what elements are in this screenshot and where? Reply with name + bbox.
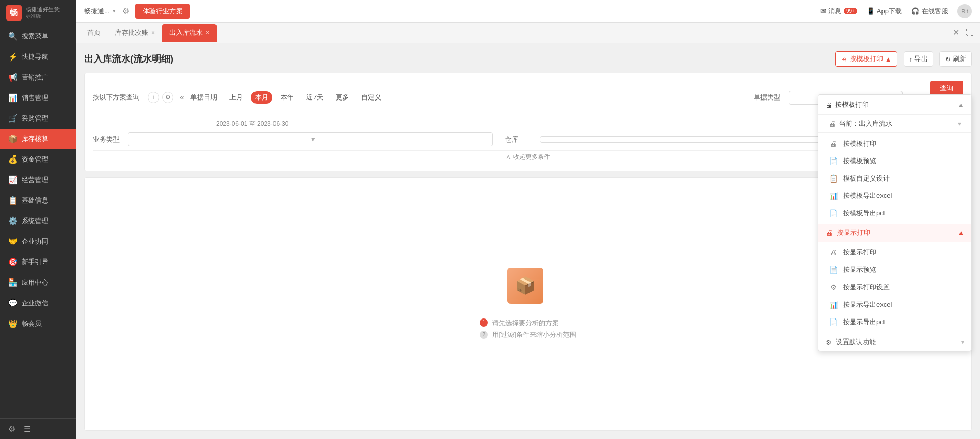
display-section-icon: 🖨 xyxy=(826,229,833,237)
tab-in-out-flow-close[interactable]: × xyxy=(206,29,209,36)
date-option-this-year[interactable]: 本年 xyxy=(277,91,298,104)
template-customize-icon: 📋 xyxy=(829,174,838,183)
business-type-dropdown[interactable]: ▾ xyxy=(128,132,493,146)
tab-home[interactable]: 首页 xyxy=(80,24,108,42)
date-option-more[interactable]: 更多 xyxy=(331,91,353,104)
empty-steps: 1 请先选择要分析的方案 2 用[过滤]条件来缩小分析范围 xyxy=(480,317,576,341)
dropdown-display-section-header[interactable]: 🖨 按显示打印 ▲ xyxy=(818,224,971,242)
search-label: 按以下方案查询 xyxy=(93,93,140,102)
target-icon: 🎯 xyxy=(8,257,17,267)
dropdown-item-template-export-excel[interactable]: 📊 按模板导出excel xyxy=(818,187,971,205)
dropdown-item-template-customize[interactable]: 📋 模板自定义设计 xyxy=(818,170,971,187)
user-info: 畅捷通... ▾ xyxy=(84,7,116,16)
phone-icon: 📱 xyxy=(867,7,875,15)
sidebar-item-guide[interactable]: 🎯 新手引导 xyxy=(0,252,76,272)
display-print-settings-icon: ⚙ xyxy=(829,283,838,291)
template-export-pdf-icon: 📄 xyxy=(829,209,838,217)
dropdown-item-template-preview[interactable]: 📄 按模板预览 xyxy=(818,152,971,170)
sidebar-item-appstore[interactable]: 🏪 应用中心 xyxy=(0,272,76,293)
chat-icon: 💬 xyxy=(8,298,17,308)
tab-in-out-flow[interactable]: 出入库流水 × xyxy=(162,24,217,42)
clipboard-icon: 📋 xyxy=(8,196,17,205)
date-option-7days[interactable]: 近7天 xyxy=(302,91,327,104)
dropdown-item-template-print[interactable]: 🖨 按模板打印 xyxy=(818,135,971,152)
sidebar-item-coop[interactable]: 🤝 企业协同 xyxy=(0,231,76,252)
user-avatar[interactable]: Rit xyxy=(957,4,972,18)
close-tab-icon[interactable]: ✕ xyxy=(951,26,962,39)
sidebar: 畅 畅捷通好生意 标准版 🔍 搜索菜单 ⚡ 快捷导航 📢 营销推广 📊 xyxy=(0,0,76,439)
dropdown-title: 🖨 按模板打印 xyxy=(826,100,869,109)
print-template-button[interactable]: 🖨 按模板打印 ▲ xyxy=(835,51,897,67)
sidebar-item-search[interactable]: 🔍 搜索菜单 xyxy=(0,26,76,47)
page-content: 出入库流水(流水明细) 🖨 按模板打印 ▲ ↑ 导出 ↻ 刷新 xyxy=(76,43,980,439)
sidebar-item-wechat[interactable]: 💬 企业微信 xyxy=(0,293,76,313)
topbar-gear-icon[interactable]: ⚙ xyxy=(122,6,129,16)
user-chevron-icon[interactable]: ▾ xyxy=(113,8,116,14)
app-download-action[interactable]: 📱 App下载 xyxy=(867,7,902,16)
store-icon: 🏪 xyxy=(8,278,17,287)
cart-icon: 🛒 xyxy=(8,114,17,123)
tab-batch-account-close[interactable]: × xyxy=(151,29,155,36)
tab-batch-account[interactable]: 库存批次账 × xyxy=(108,24,162,42)
page-title: 出入库流水(流水明细) xyxy=(84,53,173,65)
dropdown-section-2: 🖨 按显示打印 📄 按显示预览 ⚙ 按显示打印设置 📊 按显示导出excel xyxy=(818,242,971,333)
dropdown-item-template-export-pdf[interactable]: 📄 按模板导出pdf xyxy=(818,205,971,222)
sidebar-item-purchase[interactable]: 🛒 采购管理 xyxy=(0,108,76,129)
dropdown-item-display-export-excel[interactable]: 📊 按显示导出excel xyxy=(818,296,971,313)
export-button[interactable]: ↑ 导出 xyxy=(904,51,934,67)
business-type-label: 业务类型 xyxy=(93,135,124,144)
sidebar-item-quick-nav[interactable]: ⚡ 快捷导航 xyxy=(0,47,76,67)
dropdown-item-display-export-pdf[interactable]: 📄 按显示导出pdf xyxy=(818,313,971,331)
crown-icon: 👑 xyxy=(8,319,17,328)
dropdown-item-display-print-settings[interactable]: ⚙ 按显示打印设置 xyxy=(818,278,971,296)
set-default-icon: ⚙ xyxy=(826,338,832,346)
trial-button[interactable]: 体验行业方案 xyxy=(135,4,190,19)
template-print-icon: 🖨 xyxy=(829,139,838,148)
dropdown-bottom-arrow-icon: ▾ xyxy=(961,338,964,346)
expand-icon[interactable]: ⛶ xyxy=(964,26,976,39)
template-preview-icon: 📄 xyxy=(829,157,838,165)
message-action[interactable]: ✉ 消息 99+ xyxy=(820,7,857,16)
message-badge: 99+ xyxy=(844,8,857,14)
filter-settings-btn[interactable]: ⚙ xyxy=(162,92,173,103)
sidebar-item-inventory[interactable]: 📦 库存核算 xyxy=(0,129,76,149)
printer-dropdown-icon: 🖨 xyxy=(826,101,832,109)
dropdown-current-label: 🖨 当前：出入库流水 ▾ xyxy=(818,115,971,133)
sidebar-item-basic[interactable]: 📋 基础信息 xyxy=(0,190,76,211)
display-print-icon: 🖨 xyxy=(829,248,838,256)
chart-icon: 📊 xyxy=(8,93,17,103)
sidebar-item-operations[interactable]: 📈 经营管理 xyxy=(0,170,76,190)
dropdown-section-1: 🖨 按模板打印 📄 按模板预览 📋 模板自定义设计 📊 按模板导出excel xyxy=(818,133,971,224)
display-section-collapse-icon: ▲ xyxy=(958,229,964,236)
page-actions: 🖨 按模板打印 ▲ ↑ 导出 ↻ 刷新 xyxy=(835,51,972,67)
query-button[interactable]: 查询 xyxy=(930,81,963,96)
dropdown-bottom-item[interactable]: ⚙ 设置默认功能 ▾ xyxy=(818,333,971,351)
dropdown-collapse-icon[interactable]: ▲ xyxy=(957,101,964,109)
refresh-icon: ↻ xyxy=(945,55,951,63)
sidebar-logo: 畅 畅捷通好生意 标准版 xyxy=(0,0,76,26)
money-icon: 💰 xyxy=(8,155,17,164)
date-option-last-month[interactable]: 上月 xyxy=(225,91,247,104)
sidebar-item-finance[interactable]: 💰 资金管理 xyxy=(0,149,76,170)
dropdown-item-display-preview[interactable]: 📄 按显示预览 xyxy=(818,261,971,278)
online-service-action[interactable]: 🎧 在线客服 xyxy=(911,7,948,16)
sidebar-item-marketing[interactable]: 📢 营销推广 xyxy=(0,67,76,88)
collapse-filter-btn[interactable]: « xyxy=(180,93,184,102)
dropdown-item-display-print[interactable]: 🖨 按显示打印 xyxy=(818,244,971,261)
date-option-custom[interactable]: 自定义 xyxy=(357,91,385,104)
logo-text: 畅捷通好生意 标准版 xyxy=(26,6,60,20)
voucher-type-label: 单据类型 xyxy=(754,93,785,102)
refresh-button[interactable]: ↻ 刷新 xyxy=(939,51,972,67)
menu-toggle-icon[interactable]: ☰ xyxy=(24,424,31,434)
sidebar-item-vip[interactable]: 👑 畅会员 xyxy=(0,313,76,334)
add-filter-btn[interactable]: + xyxy=(148,92,159,103)
sidebar-item-system[interactable]: ⚙️ 系统管理 xyxy=(0,211,76,231)
date-label: 单据日期 xyxy=(190,93,221,102)
megaphone-icon: 📢 xyxy=(8,73,17,82)
date-range-text: 2023-06-01 至 2023-06-30 xyxy=(216,120,288,127)
logo-icon: 畅 xyxy=(6,5,22,21)
date-option-this-month[interactable]: 本月 xyxy=(251,91,272,104)
export-icon: ↑ xyxy=(909,55,913,63)
sidebar-item-sales[interactable]: 📊 销售管理 xyxy=(0,88,76,108)
settings-bottom-icon[interactable]: ⚙ xyxy=(8,424,15,434)
